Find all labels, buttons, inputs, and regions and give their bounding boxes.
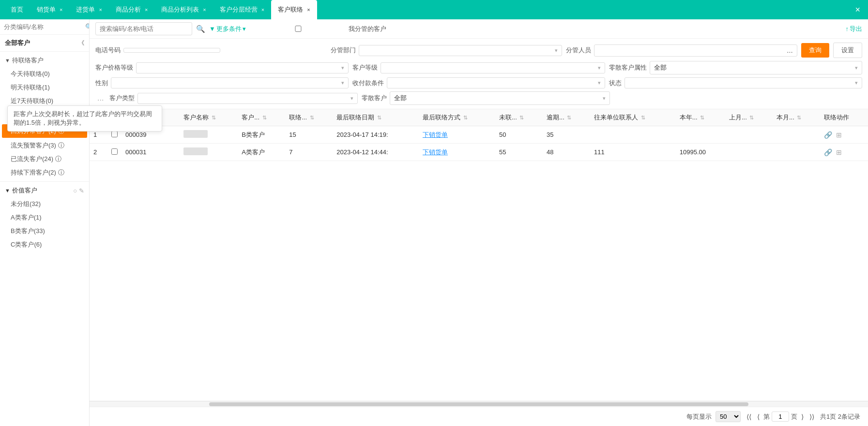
global-close-button[interactable]: × [851, 5, 864, 15]
page-input[interactable] [772, 411, 789, 422]
name-blur-2 [183, 147, 208, 155]
sidebar-item-unclassified[interactable]: 未分组(32) [0, 197, 89, 211]
sidebar-search-icon[interactable]: 🔍 [85, 23, 90, 30]
retail-attr-input[interactable]: 全部 ▾ [650, 61, 862, 74]
payment-input[interactable]: ▾ [387, 77, 606, 88]
status-input[interactable]: ▾ [624, 77, 862, 88]
sidebar-all-customers-header: 全部客户 《 [0, 35, 89, 52]
td-type-1: B类客户 [238, 126, 285, 144]
nav-product-analysis-list[interactable]: 商品分析列表 × [154, 0, 213, 19]
price-level-label: 客户价格等级 [95, 63, 133, 72]
pending-group-label: 待联络客户 [12, 56, 44, 65]
sidebar-item-declining[interactable]: 持续下滑客户(2) ⓘ [0, 166, 89, 179]
price-level-arrow: ▾ [341, 65, 344, 71]
grid-icon-2[interactable]: ⊞ [836, 148, 842, 156]
gender-arrow: ▾ [341, 80, 344, 86]
value-group-circle-icon[interactable]: ○ [73, 187, 77, 194]
nav-purchase-order-close[interactable]: × [99, 0, 102, 19]
grid-icon-1[interactable]: ⊞ [836, 131, 842, 139]
scrollbar-thumb[interactable] [209, 402, 748, 406]
person-ellipsis: … [787, 47, 793, 54]
unit-sort-icon[interactable]: ⇅ [641, 115, 645, 120]
setting-button[interactable]: 设置 [833, 43, 862, 58]
nav-product-analysis-list-close[interactable]: × [203, 0, 206, 19]
th-this-month: 本月... ⇅ [773, 109, 820, 126]
this-month-sort-icon[interactable]: ⇅ [797, 115, 801, 120]
more-conditions-label: 更多条件 [216, 25, 242, 33]
date-sort-icon[interactable]: ⇅ [377, 115, 381, 120]
contacts-sort-icon[interactable]: ⇅ [310, 115, 314, 120]
customer-level-input[interactable]: ▾ [381, 62, 606, 73]
td-this-month-1 [773, 126, 820, 144]
sidebar-item-class-a[interactable]: A类客户(1) [0, 211, 89, 224]
nav-purchase-order[interactable]: 进货单 × [69, 0, 108, 19]
nav-product-analysis-close[interactable]: × [145, 0, 148, 19]
table-row: 2 000031 A类客户 7 2023-04-12 14:44: 下销货单 [90, 144, 868, 161]
filter-retail-customer-cell: 零散客户 全部 ▾ [362, 91, 610, 105]
search-button[interactable]: 🔍 [196, 25, 205, 33]
price-level-input[interactable]: ▾ [136, 62, 349, 73]
person-input[interactable]: … [594, 44, 797, 57]
type-sort-icon[interactable]: ⇅ [262, 115, 267, 120]
next-page-button[interactable]: ⟩ [799, 412, 806, 422]
per-page-select[interactable]: 50 10 20 100 [716, 411, 741, 422]
nav-sales-order-close[interactable]: × [60, 0, 62, 19]
sidebar-item-class-c[interactable]: C类客户(6) [0, 238, 89, 251]
name-blur-1 [183, 130, 208, 138]
td-last-method-1: 下销货单 [419, 126, 495, 144]
sidebar-fold-icon[interactable]: 《 [78, 39, 84, 47]
phone-input[interactable] [123, 48, 220, 53]
nav-customer-contact-close[interactable]: × [307, 0, 310, 19]
method-sort-icon[interactable]: ⇅ [463, 115, 468, 120]
method-link-1[interactable]: 下销货单 [423, 131, 448, 138]
more-conditions-button[interactable]: ▼ 更多条件 ▾ [209, 25, 246, 33]
sidebar-value-customers-title[interactable]: ▼ 价值客户 ○ ✎ [0, 184, 89, 197]
sidebar-item-class-b[interactable]: B类客户(33) [0, 224, 89, 238]
sidebar-search-input[interactable] [4, 23, 85, 30]
filter-phone-cell: 电话号码 [95, 46, 327, 55]
horizontal-scrollbar[interactable] [90, 401, 868, 407]
sidebar-all-customers-label: 全部客户 [5, 39, 30, 47]
method-link-2[interactable]: 下销货单 [423, 148, 448, 156]
name-sort-icon[interactable]: ⇅ [212, 115, 216, 120]
sidebar-item-today[interactable]: 今天待联络(0) [0, 67, 89, 81]
query-button[interactable]: 查询 [801, 43, 829, 58]
gender-input[interactable]: ▾ [111, 77, 349, 88]
last-page-button[interactable]: ⟩⟩ [807, 412, 816, 422]
filter-more-button[interactable]: ... [95, 94, 106, 103]
unread-sort-icon[interactable]: ⇅ [519, 115, 524, 120]
search-input[interactable] [95, 22, 192, 35]
th-unread: 未联... ⇅ [495, 109, 543, 126]
overdue-sort-icon[interactable]: ⇅ [567, 115, 571, 120]
sidebar-group-pending-title[interactable]: ▼ 待联络客户 [0, 54, 89, 67]
last-month-sort-icon[interactable]: ⇅ [749, 115, 754, 120]
my-customers-checkbox[interactable] [250, 26, 347, 32]
export-icon: ↑ [846, 25, 849, 32]
td-index-2: 2 [90, 144, 107, 161]
nav-sales-order[interactable]: 销货单 × [30, 0, 69, 19]
nav-customer-contact[interactable]: 客户联络 × [271, 0, 317, 19]
link-icon-2[interactable]: 🔗 [824, 148, 832, 156]
nav-customer-tier-close[interactable]: × [261, 0, 264, 19]
retail-customer-input[interactable]: 全部 ▾ [390, 91, 610, 105]
sidebar-item-tomorrow[interactable]: 明天待联络(1) [0, 81, 89, 94]
nav-home[interactable]: 首页 [4, 0, 30, 19]
sidebar-item-loss-warning[interactable]: 流失预警客户(3) ⓘ [0, 139, 89, 152]
dept-input[interactable]: ▾ [359, 45, 562, 56]
nav-product-analysis[interactable]: 商品分析 × [109, 0, 154, 19]
sidebar-item-lost-customers[interactable]: 已流失客户(24) ⓘ [0, 152, 89, 166]
this-year-sort-icon[interactable]: ⇅ [700, 115, 704, 120]
th-this-year: 本年... ⇅ [676, 109, 725, 126]
my-customers-checkbox-label[interactable]: 我分管的客户 [250, 25, 386, 33]
nav-customer-tier[interactable]: 客户分层经营 × [213, 0, 271, 19]
row2-checkbox[interactable] [111, 148, 118, 155]
link-icon-1[interactable]: 🔗 [824, 131, 832, 139]
prev-page-button[interactable]: ⟨ [755, 412, 761, 422]
value-group-edit-icon[interactable]: ✎ [79, 187, 84, 194]
first-page-button[interactable]: ⟨⟨ [745, 412, 753, 422]
row1-checkbox[interactable] [111, 131, 118, 137]
customer-type-input[interactable]: ▾ [137, 93, 358, 104]
export-button[interactable]: ↑ 导出 [846, 25, 863, 33]
td-name-2 [180, 144, 238, 161]
td-contacts-1: 15 [285, 126, 333, 144]
